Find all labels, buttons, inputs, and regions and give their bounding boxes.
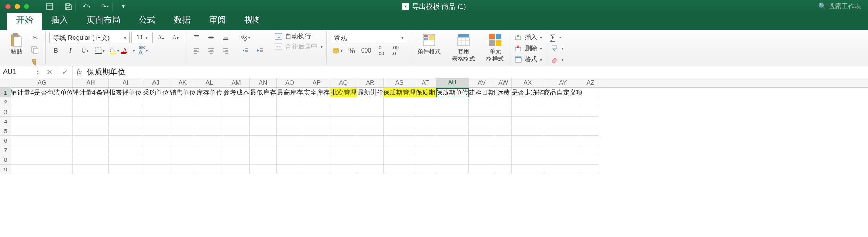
cell-AU7[interactable]: [436, 145, 469, 155]
cell-AT4[interactable]: [415, 117, 436, 126]
cell-AY8[interactable]: [544, 155, 582, 165]
italic-icon[interactable]: I: [64, 45, 77, 56]
cell-AY6[interactable]: [544, 136, 582, 145]
cell-AI1[interactable]: 报表辅单位: [109, 88, 142, 97]
cell-AO9[interactable]: [277, 165, 303, 174]
column-header-AW[interactable]: AW: [495, 78, 512, 87]
cell-AJ6[interactable]: [142, 136, 169, 145]
sheet-search[interactable]: 🔍 搜索工作表: [818, 2, 868, 11]
cell-AR5[interactable]: [357, 126, 384, 136]
fx-icon[interactable]: fx: [73, 67, 85, 76]
cell-AO5[interactable]: [277, 126, 303, 136]
cell-AT7[interactable]: [415, 145, 436, 155]
cell-AL4[interactable]: [196, 117, 223, 126]
cell-AH1[interactable]: 辅计量4条码: [73, 88, 109, 97]
cell-AO4[interactable]: [277, 117, 303, 126]
cell-AH5[interactable]: [73, 126, 109, 136]
cell-AW5[interactable]: [495, 126, 512, 136]
cell-AN4[interactable]: [250, 117, 277, 126]
column-header-AZ[interactable]: AZ: [582, 78, 599, 87]
cell-AL9[interactable]: [196, 165, 223, 174]
cell-AM9[interactable]: [223, 165, 250, 174]
cell-AQ6[interactable]: [330, 136, 357, 145]
cell-AR4[interactable]: [357, 117, 384, 126]
cell-AP5[interactable]: [303, 126, 330, 136]
underline-icon[interactable]: U▾: [79, 45, 92, 56]
paste-button[interactable]: 粘贴: [7, 32, 26, 56]
cell-AS9[interactable]: [384, 165, 415, 174]
cell-AN5[interactable]: [250, 126, 277, 136]
cell-AK6[interactable]: [169, 136, 196, 145]
cell-AS2[interactable]: [384, 97, 415, 107]
cell-AJ8[interactable]: [142, 155, 169, 165]
cell-AG9[interactable]: [11, 165, 73, 174]
cell-AO8[interactable]: [277, 155, 303, 165]
cell-AH4[interactable]: [73, 117, 109, 126]
clear-button[interactable]: ▾: [550, 54, 563, 65]
cell-AJ1[interactable]: 采购单位: [142, 88, 169, 97]
cell-AV6[interactable]: [469, 136, 495, 145]
cell-AX4[interactable]: [512, 117, 544, 126]
cell-AP7[interactable]: [303, 145, 330, 155]
row-header-6[interactable]: 6: [0, 136, 11, 145]
cell-AQ4[interactable]: [330, 117, 357, 126]
increase-font-icon[interactable]: A▴: [154, 32, 167, 43]
row-header-3[interactable]: 3: [0, 107, 11, 117]
spreadsheet-grid[interactable]: AGAHAIAJAKALAMANAOAPAQARASATAUAVAWAXAYAZ…: [0, 78, 868, 174]
cell-AG4[interactable]: [11, 117, 73, 126]
cell-AS1[interactable]: 保质期管理: [384, 88, 415, 97]
cell-AU1[interactable]: 保质期单位: [436, 88, 469, 97]
close-window-icon[interactable]: [5, 4, 11, 9]
cell-AH9[interactable]: [73, 165, 109, 174]
workbook-icon[interactable]: [42, 2, 57, 11]
cell-AS7[interactable]: [384, 145, 415, 155]
cell-AR1[interactable]: 最新进价: [357, 88, 384, 97]
cell-AJ9[interactable]: [142, 165, 169, 174]
currency-icon[interactable]: ▾: [331, 45, 344, 56]
cell-AM7[interactable]: [223, 145, 250, 155]
cell-AG8[interactable]: [11, 155, 73, 165]
cell-AH3[interactable]: [73, 107, 109, 117]
cell-AP4[interactable]: [303, 117, 330, 126]
cell-AO3[interactable]: [277, 107, 303, 117]
cell-AI2[interactable]: [109, 97, 142, 107]
cell-AX1[interactable]: 是否走冻链: [512, 88, 544, 97]
cell-AL3[interactable]: [196, 107, 223, 117]
redo-icon[interactable]: ↷▾: [97, 2, 113, 11]
cell-AO2[interactable]: [277, 97, 303, 107]
phonetic-icon[interactable]: abcA▾: [137, 45, 150, 56]
column-header-AT[interactable]: AT: [415, 78, 436, 87]
column-header-AK[interactable]: AK: [169, 78, 196, 87]
cell-AQ7[interactable]: [330, 145, 357, 155]
row-header-7[interactable]: 7: [0, 145, 11, 155]
cell-AK3[interactable]: [169, 107, 196, 117]
column-header-AJ[interactable]: AJ: [142, 78, 169, 87]
column-header-AM[interactable]: AM: [223, 78, 250, 87]
cell-AG5[interactable]: [11, 126, 73, 136]
cell-AT5[interactable]: [415, 126, 436, 136]
cell-AY4[interactable]: [544, 117, 582, 126]
tab-开始[interactable]: 开始: [7, 11, 42, 30]
row-header-8[interactable]: 8: [0, 155, 11, 165]
merge-center-button[interactable]: 合并后居中 ▾: [274, 42, 323, 51]
cell-AQ8[interactable]: [330, 155, 357, 165]
cell-AM8[interactable]: [223, 155, 250, 165]
cell-AW2[interactable]: [495, 97, 512, 107]
cell-AK8[interactable]: [169, 155, 196, 165]
cell-AR8[interactable]: [357, 155, 384, 165]
cell-AM6[interactable]: [223, 136, 250, 145]
tab-公式[interactable]: 公式: [129, 11, 165, 30]
align-top-icon[interactable]: [190, 32, 203, 43]
cell-AG6[interactable]: [11, 136, 73, 145]
tab-审阅[interactable]: 审阅: [200, 11, 235, 30]
cell-AZ4[interactable]: [582, 117, 599, 126]
cell-AQ3[interactable]: [330, 107, 357, 117]
cell-AI8[interactable]: [109, 155, 142, 165]
cell-AS3[interactable]: [384, 107, 415, 117]
cell-AX5[interactable]: [512, 126, 544, 136]
cell-AN2[interactable]: [250, 97, 277, 107]
cell-AK9[interactable]: [169, 165, 196, 174]
cell-AS5[interactable]: [384, 126, 415, 136]
tab-数据[interactable]: 数据: [165, 11, 200, 30]
minimize-window-icon[interactable]: [15, 4, 20, 9]
